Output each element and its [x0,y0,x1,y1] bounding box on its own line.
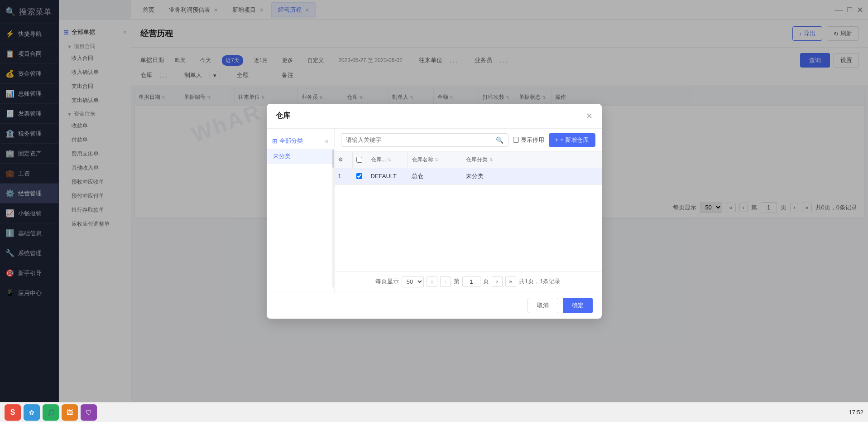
modal-table-header: ⚙ 仓库... ⇅ 仓库名称 ⇅ 仓库分类 ⇅ [335,152,602,168]
modal-close-button[interactable]: ✕ [586,111,593,121]
modal-all-category[interactable]: ⊞ 全部分类 « [267,133,334,149]
modal-last-btn[interactable]: » [505,276,516,287]
col-checkbox-header[interactable] [353,152,367,168]
modal-sidebar-uncategorized[interactable]: 未分类 [267,149,334,164]
grid-icon: ⊞ [272,137,278,145]
taskbar-app2[interactable]: 🎵 [43,404,59,421]
modal-main: 🔍 显示停用 + + 新增仓库 ⚙ [335,129,602,292]
row-checkbox[interactable] [353,168,367,184]
col-warehouse-category[interactable]: 仓库分类 ⇅ [462,152,517,168]
modal-per-page-select[interactable]: 50 [402,276,424,287]
show-disabled-input[interactable] [513,137,519,143]
warehouse-modal: 仓库 ✕ ⊞ 全部分类 « 未分类 [267,104,602,319]
row-name: 总仓 [408,168,462,184]
row-select-checkbox[interactable] [356,173,362,179]
modal-search-input[interactable] [346,136,493,143]
add-warehouse-button[interactable]: + + 新增仓库 [549,133,595,147]
modal-sidebar: ⊞ 全部分类 « 未分类 [267,129,335,292]
confirm-button[interactable]: 确定 [563,298,593,313]
modal-sidebar-content: 未分类 [267,149,334,287]
warehouse-code-label: 仓库... [371,156,386,164]
cancel-button[interactable]: 取消 [528,298,558,313]
show-disabled-label: 显示停用 [521,136,544,144]
modal-footer: 取消 确定 [267,292,602,319]
modal-pagination: 每页显示 50 « ‹ 第 页 › » 共1页，1条记录 [335,271,602,292]
sort-icon: ⇅ [435,157,438,162]
modal-next-btn[interactable]: › [492,276,503,287]
collapse-btn[interactable]: « [325,137,329,145]
select-all-checkbox[interactable] [356,157,362,163]
modal-search-box[interactable]: 🔍 [341,133,508,147]
modal-total: 共1页，1条记录 [519,277,561,286]
col-warehouse-name[interactable]: 仓库名称 ⇅ [408,152,462,168]
taskbar-time: 17:52 [849,409,863,416]
settings-icon: ⚙ [338,156,343,163]
warehouse-category-label: 仓库分类 [466,156,488,164]
taskbar: S ✿ 🎵 🖼 🛡 17:52 [0,402,868,422]
modal-title: 仓库 [276,111,290,121]
modal-toolbar: 🔍 显示停用 + + 新增仓库 [335,129,602,152]
show-disabled-checkbox[interactable]: 显示停用 [513,136,544,144]
row-category: 未分类 [462,168,517,184]
modal-prev-btn[interactable]: ‹ [440,276,451,287]
taskbar-app3[interactable]: 🖼 [62,404,78,421]
plus-icon: + [555,136,559,143]
col-settings[interactable]: ⚙ [335,152,353,168]
taskbar-start[interactable]: S [5,404,21,421]
sort-icon: ⇅ [388,157,391,162]
modal-header: 仓库 ✕ [267,104,602,129]
all-category-label: 全部分类 [279,137,303,145]
modal-page-label: 页 [483,277,489,286]
warehouse-name-label: 仓库名称 [412,156,433,164]
sort-icon: ⇅ [489,157,493,162]
modal-table: ⚙ 仓库... ⇅ 仓库名称 ⇅ 仓库分类 ⇅ [335,152,602,271]
modal-page-pre: 第 [454,277,460,286]
col-warehouse-code[interactable]: 仓库... ⇅ [367,152,408,168]
taskbar-app1[interactable]: ✿ [24,404,40,421]
row-settings: 1 [335,168,353,184]
modal-page-input[interactable] [462,276,480,287]
modal-first-btn[interactable]: « [427,276,437,287]
per-page-label: 每页显示 [375,277,399,286]
sidebar-scrollbar-thumb [332,150,334,168]
sidebar-scrollbar-track [332,149,334,287]
taskbar-app4[interactable]: 🛡 [81,404,97,421]
row-code: DEFAULT [367,168,408,184]
modal-search-icon: 🔍 [496,136,504,144]
modal-body: ⊞ 全部分类 « 未分类 🔍 [267,129,602,292]
table-row[interactable]: 1 DEFAULT 总仓 未分类 [335,168,602,185]
